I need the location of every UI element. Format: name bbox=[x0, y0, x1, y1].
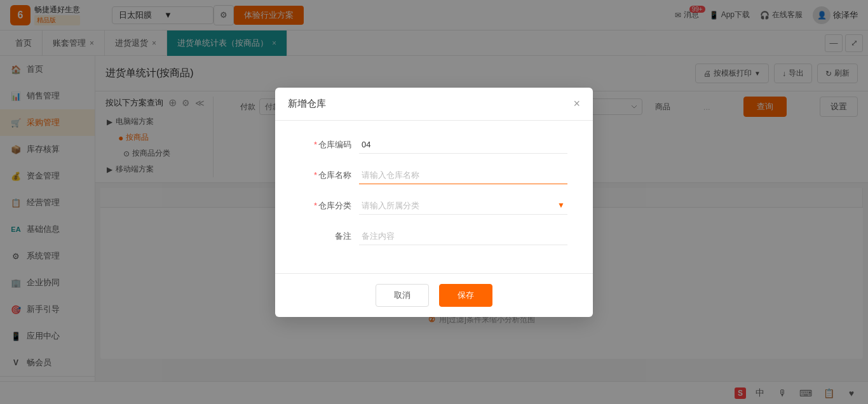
code-field bbox=[359, 136, 567, 154]
note-field bbox=[359, 227, 567, 245]
modal-overlay[interactable]: 新增仓库 × 仓库编码 仓库名称 仓库分类 bbox=[0, 0, 868, 404]
category-select-wrapper: 请输入所属分类 ▼ bbox=[359, 197, 567, 215]
note-label: 备注 bbox=[301, 231, 351, 242]
dialog-header: 新增仓库 × bbox=[275, 88, 593, 121]
dialog-title: 新增仓库 bbox=[288, 98, 326, 110]
form-row-code: 仓库编码 bbox=[301, 136, 567, 154]
code-input[interactable] bbox=[359, 136, 567, 154]
cancel-button[interactable]: 取消 bbox=[376, 284, 429, 307]
name-field bbox=[359, 166, 567, 184]
save-button[interactable]: 保存 bbox=[439, 284, 492, 307]
dialog-footer: 取消 保存 bbox=[275, 273, 593, 317]
new-warehouse-dialog: 新增仓库 × 仓库编码 仓库名称 仓库分类 bbox=[275, 88, 593, 317]
category-label: 仓库分类 bbox=[301, 200, 351, 212]
name-input[interactable] bbox=[359, 166, 567, 184]
category-chevron-icon: ▼ bbox=[557, 201, 565, 210]
category-field: 请输入所属分类 ▼ bbox=[359, 197, 567, 215]
dialog-close-button[interactable]: × bbox=[573, 98, 580, 109]
note-input[interactable] bbox=[359, 227, 567, 245]
dialog-body: 仓库编码 仓库名称 仓库分类 请输入所属分类 bbox=[275, 121, 593, 273]
form-row-note: 备注 bbox=[301, 227, 567, 245]
form-row-name: 仓库名称 bbox=[301, 166, 567, 184]
form-row-category: 仓库分类 请输入所属分类 ▼ bbox=[301, 197, 567, 215]
name-label: 仓库名称 bbox=[301, 170, 351, 181]
code-label: 仓库编码 bbox=[301, 139, 351, 151]
category-select[interactable]: 请输入所属分类 bbox=[362, 201, 557, 210]
